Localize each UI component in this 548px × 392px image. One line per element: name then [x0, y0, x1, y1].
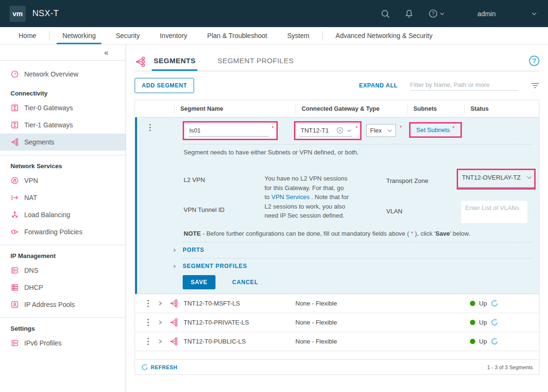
sidebar-item-network-overview[interactable]: Network Overview [0, 66, 126, 83]
page-help-icon[interactable]: ? [529, 56, 539, 66]
sidebar-item-tier1-gateways[interactable]: Tier-1 Gateways [0, 116, 126, 134]
vlan-label: VLAN [386, 208, 402, 215]
sidebar-item-label: Network Overview [24, 70, 78, 78]
editor-hint: Segment needs to have either Subnets or … [184, 149, 359, 156]
page-tabs: SEGMENTS SEGMENT PROFILES ? [135, 52, 539, 71]
annotation-box-segment-name: * [183, 121, 278, 140]
sidebar-item-dns[interactable]: DNS [0, 262, 126, 279]
svg-text:?: ? [431, 10, 434, 16]
sidebar-item-forwarding-policies[interactable]: Forwarding Policies [0, 223, 126, 240]
gauge-icon [10, 70, 19, 78]
segment-profiles-expander-label: SEGMENT PROFILES [183, 263, 247, 269]
main-content: SEGMENTS SEGMENT PROFILES ? ADD SEGMENT … [126, 45, 548, 392]
dns-icon [10, 266, 19, 275]
table-row: TNT12-T0-PRIVATE-LS None - Flexible Up [135, 313, 539, 332]
column-subnets: Subnets [407, 104, 464, 114]
refresh-button[interactable]: REFRESH [141, 364, 177, 371]
nav-networking[interactable]: Networking [57, 28, 101, 44]
search-icon[interactable] [381, 9, 390, 19]
segment-editor-row: * TNT12-T1 [135, 117, 539, 294]
status-up-dot [470, 301, 475, 306]
status-refresh-icon[interactable] [491, 338, 498, 345]
segment-icon [169, 337, 178, 346]
nav-system[interactable]: System [282, 28, 315, 44]
status-text: Up [479, 300, 487, 307]
sidebar-collapse-button[interactable]: « [0, 45, 126, 61]
row-menu-kebab-icon[interactable] [147, 337, 150, 346]
row-menu-kebab-icon[interactable] [147, 318, 150, 327]
save-button[interactable]: SAVE [183, 275, 215, 289]
row-expand-chevron-icon[interactable] [157, 339, 163, 344]
sidebar-item-label: Forwarding Policies [24, 228, 82, 236]
chevron-down-icon[interactable] [347, 129, 352, 132]
sidebar-item-load-balancing[interactable]: Load Balancing [0, 206, 126, 223]
nav-inventory[interactable]: Inventory [154, 28, 193, 44]
vmware-logo-text: vm [12, 10, 23, 18]
row-menu-kebab-icon[interactable] [148, 123, 152, 132]
status-refresh-icon[interactable] [491, 300, 498, 307]
top-bar: vm NSX-T ? admin [0, 0, 548, 27]
user-menu[interactable]: admin [478, 10, 496, 18]
segment-name[interactable]: TNT12-T0-MSFT-LS [184, 300, 240, 307]
sidebar-item-ip-address-pools[interactable]: IP Address Pools [0, 296, 126, 313]
help-menu-icon[interactable]: ? [428, 9, 444, 19]
refresh-label: REFRESH [151, 364, 177, 370]
note-text: ), click ' [413, 230, 436, 237]
nav-advanced-networking[interactable]: Advanced Networking & Security [330, 28, 438, 44]
segment-name[interactable]: TNT12-T0-PUBLIC-LS [184, 338, 246, 345]
filter-input[interactable] [410, 81, 519, 88]
sidebar-item-label: DNS [24, 267, 39, 274]
set-subnets-link[interactable]: Set Subnets [416, 126, 450, 134]
required-asterisk: * [355, 124, 358, 132]
cancel-button[interactable]: CANCEL [232, 279, 258, 286]
vlan-input-box [460, 200, 528, 224]
nav-security[interactable]: Security [110, 28, 146, 44]
filter-input-wrap [410, 80, 519, 91]
vpn-services-link[interactable]: VPN Services [271, 193, 309, 201]
column-connected-gateway: Connected Gateway & Type [295, 104, 407, 114]
ip-address-pools-icon [10, 300, 19, 309]
vpn-tunnel-id-label: VPN Tunnel ID [184, 206, 225, 213]
nav-plan-troubleshoot[interactable]: Plan & Troubleshoot [202, 28, 273, 44]
segment-type-select[interactable]: Flex [366, 124, 396, 137]
l2vpn-label: L2 VPN [184, 176, 205, 183]
product-title: NSX-T [32, 9, 59, 19]
row-expand-chevron-icon[interactable] [157, 301, 163, 306]
vlan-input[interactable] [461, 201, 528, 223]
sidebar-item-segments[interactable]: Segments [0, 134, 126, 151]
user-menu-chevron-icon[interactable] [532, 12, 537, 15]
tab-segments[interactable]: SEGMENTS [152, 53, 197, 71]
segment-profiles-expander[interactable]: SEGMENT PROFILES [172, 263, 247, 269]
filter-icon[interactable] [531, 83, 539, 88]
status-refresh-icon[interactable] [491, 319, 498, 326]
sidebar-item-vpn[interactable]: VPN [0, 172, 126, 189]
sidebar-item-ipv6-profiles[interactable]: IPv6 Profiles [0, 335, 126, 352]
row-expand-chevron-icon[interactable] [157, 320, 163, 325]
sidebar-item-tier0-gateways[interactable]: Tier-0 Gateways [0, 99, 126, 116]
segment-name[interactable]: TNT12-T0-PRIVATE-LS [184, 319, 249, 326]
transport-zone-select[interactable]: TNT12-OVERLAY-TZ [458, 170, 534, 188]
nav-home[interactable]: Home [13, 28, 42, 44]
status-text: Up [479, 319, 487, 326]
required-asterisk: * [400, 124, 402, 131]
expand-all-button[interactable]: EXPAND ALL [359, 82, 398, 89]
vmware-logo: vm [10, 6, 26, 22]
sidebar-item-dhcp[interactable]: DHCP [0, 279, 126, 296]
ports-expander-label: PORTS [183, 247, 204, 253]
clear-selection-icon[interactable] [336, 127, 343, 134]
add-segment-button[interactable]: ADD SEGMENT [135, 78, 194, 93]
table-row: TNT12-T0-PUBLIC-LS None - Flexible Up [135, 332, 539, 351]
ports-expander[interactable]: PORTS [172, 247, 204, 253]
row-menu-kebab-icon[interactable] [147, 299, 150, 308]
segment-type-value: Flex [370, 127, 382, 134]
sidebar-item-nat[interactable]: NAT [0, 189, 126, 206]
tab-segment-profiles[interactable]: SEGMENT PROFILES [215, 53, 295, 71]
notifications-bell-icon[interactable] [404, 9, 414, 19]
segment-name-input[interactable] [189, 127, 268, 134]
transport-zone-label: Transport Zone [386, 177, 428, 184]
column-status: Status [464, 104, 539, 114]
tier1-gateway-icon [10, 121, 19, 129]
gateway-combobox[interactable]: TNT12-T1 [300, 124, 352, 137]
editor-divider [183, 258, 532, 258]
sidebar-section-network-services: Network Services [0, 155, 126, 172]
